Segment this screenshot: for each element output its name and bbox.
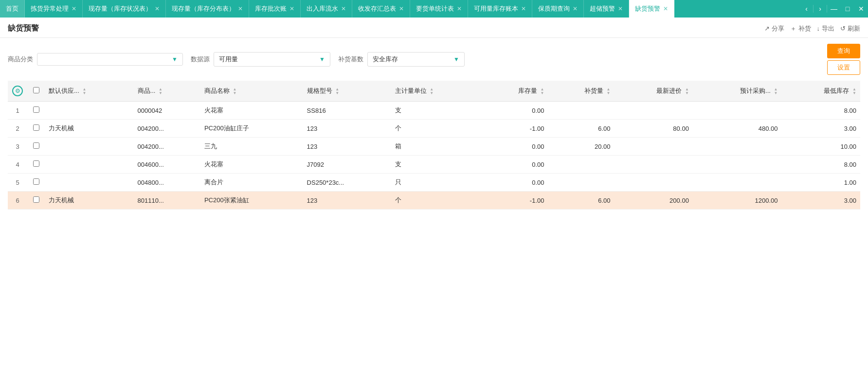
export-button[interactable]: ↓ 导出 — [817, 24, 835, 33]
tab-close-expiry[interactable]: ✕ — [573, 5, 578, 12]
table-row: 1 0000042 火花塞 SS816 支 0.00 8.00 — [8, 102, 860, 120]
sort-min-stock-icon: ▲▼ — [852, 88, 856, 95]
tab-available[interactable]: 可用量库存账本 ✕ — [468, 0, 532, 18]
th-unit[interactable]: 主计量单位 ▲▼ — [391, 81, 482, 102]
row-est-purchase — [693, 138, 782, 156]
row-product-code: 004200... — [134, 138, 200, 156]
row-checkbox[interactable] — [33, 142, 39, 149]
tab-nav-controls: ‹ › — □ ✕ — [800, 5, 868, 13]
row-replenish — [548, 156, 614, 174]
settings-button[interactable]: 设置 — [827, 60, 860, 75]
select-all-checkbox[interactable] — [33, 87, 39, 93]
row-product-code: 004800... — [134, 174, 200, 192]
row-spec: 123 — [303, 192, 391, 210]
tab-close-all-button[interactable]: ✕ — [854, 5, 868, 13]
th-default-supplier[interactable]: 默认供应... ▲▼ — [45, 81, 134, 102]
share-button[interactable]: ↗ 分享 — [764, 24, 784, 33]
row-index: 6 — [8, 192, 27, 210]
row-product-name: 火花塞 — [200, 102, 303, 120]
tab-restore-button[interactable]: □ — [841, 5, 854, 13]
tab-flow[interactable]: 出入库流水 ✕ — [301, 0, 352, 18]
table-row: 2 力天机械 004200... PC200油缸庄子 123 个 -1.00 6… — [8, 120, 860, 138]
row-product-code: 801110... — [134, 192, 200, 210]
row-index: 5 — [8, 174, 27, 192]
row-latest-price — [614, 138, 692, 156]
row-est-purchase: 480.00 — [693, 120, 782, 138]
tab-close-shortage[interactable]: ✕ — [663, 5, 668, 12]
row-product-code: 0000042 — [134, 102, 200, 120]
tab-close-collect[interactable]: ✕ — [399, 5, 404, 12]
tab-close-abnormal[interactable]: ✕ — [72, 5, 76, 12]
row-latest-price: 200.00 — [614, 192, 692, 210]
row-checkbox[interactable] — [33, 196, 39, 203]
tab-collect[interactable]: 收发存汇总表 ✕ — [352, 0, 410, 18]
shortage-table: ⚙ 默认供应... ▲▼ 商品... ▲▼ 商品名称 — [8, 81, 860, 210]
row-latest-price — [614, 156, 692, 174]
tab-close-batch[interactable]: ✕ — [289, 5, 294, 12]
row-supplier — [45, 138, 134, 156]
tab-close-req-stat[interactable]: ✕ — [457, 5, 462, 12]
replenish-base-select[interactable]: 安全库存 ▼ — [367, 52, 465, 67]
table-row: 6 力天机械 801110... PC200张紧油缸 123 个 -1.00 6… — [8, 192, 860, 210]
table-row: 5 004800... 离合片 DS250*23c... 只 0.00 1.00 — [8, 174, 860, 192]
tab-prev-button[interactable]: ‹ — [800, 5, 814, 13]
th-latest-price[interactable]: 最新进价 ▲▼ — [614, 81, 692, 102]
row-replenish: 20.00 — [548, 138, 614, 156]
tab-close-flow[interactable]: ✕ — [341, 5, 346, 12]
row-est-purchase — [693, 102, 782, 120]
replenish-button[interactable]: ＋ 补货 — [790, 24, 811, 33]
tab-overstock[interactable]: 超储预警 ✕ — [584, 0, 629, 18]
tab-abnormal[interactable]: 拣货异常处理 ✕ — [25, 0, 83, 18]
tab-next-button[interactable]: › — [814, 5, 827, 13]
row-spec: 123 — [303, 120, 391, 138]
row-checkbox[interactable] — [33, 178, 39, 185]
th-spec[interactable]: 规格型号 ▲▼ — [303, 81, 391, 102]
tab-req-stat[interactable]: 要货单统计表 ✕ — [410, 0, 468, 18]
th-product-name[interactable]: 商品名称 ▲▼ — [200, 81, 303, 102]
page-title: 缺货预警 — [8, 23, 39, 34]
row-min-stock: 10.00 — [781, 138, 860, 156]
datasource-select[interactable]: 可用量 ▼ — [214, 52, 330, 67]
th-checkbox — [27, 81, 45, 102]
tab-shortage[interactable]: 缺货预警 ✕ — [629, 0, 674, 18]
tab-inventory-dist[interactable]: 现存量（库存分布表） ✕ — [166, 0, 249, 18]
tab-close-inventory-status[interactable]: ✕ — [155, 5, 160, 12]
tab-close-overstock[interactable]: ✕ — [618, 5, 623, 12]
tab-close-available[interactable]: ✕ — [521, 5, 526, 12]
tab-batch[interactable]: 库存批次账 ✕ — [249, 0, 301, 18]
sort-unit-icon: ▲▼ — [430, 88, 434, 95]
row-product-name: 火花塞 — [200, 156, 303, 174]
row-checkbox-cell — [27, 174, 45, 192]
tab-close-inventory-dist[interactable]: ✕ — [238, 5, 243, 12]
row-checkbox[interactable] — [33, 160, 39, 167]
refresh-button[interactable]: ↺ 刷新 — [840, 24, 860, 33]
main-content: 缺货预警 ↗ 分享 ＋ 补货 ↓ 导出 ↺ 刷新 商品分类 — [0, 18, 868, 387]
filter-actions: 查询 设置 — [827, 44, 860, 75]
category-select[interactable]: ▼ — [37, 53, 183, 66]
th-min-stock[interactable]: 最低库存 ▲▼ — [781, 81, 860, 102]
tab-inventory-status[interactable]: 现存量（库存状况表） ✕ — [83, 0, 166, 18]
th-gear: ⚙ — [8, 81, 27, 102]
row-stock: -1.00 — [482, 120, 548, 138]
query-button[interactable]: 查询 — [827, 44, 860, 58]
th-est-purchase[interactable]: 预计采购... ▲▼ — [693, 81, 782, 102]
row-checkbox[interactable] — [33, 106, 39, 113]
row-product-name: PC200油缸庄子 — [200, 120, 303, 138]
row-checkbox[interactable] — [33, 124, 39, 131]
th-stock[interactable]: 库存量 ▲▼ — [482, 81, 548, 102]
row-replenish: 6.00 — [548, 192, 614, 210]
th-product-code[interactable]: 商品... ▲▼ — [134, 81, 200, 102]
row-replenish: 6.00 — [548, 120, 614, 138]
tab-minimize-button[interactable]: — — [827, 5, 841, 13]
share-icon: ↗ — [764, 25, 770, 32]
row-product-code: 004600... — [134, 156, 200, 174]
row-est-purchase — [693, 174, 782, 192]
row-stock: 0.00 — [482, 138, 548, 156]
sort-replenish-icon: ▲▼ — [607, 88, 611, 95]
tab-expiry[interactable]: 保质期查询 ✕ — [532, 0, 584, 18]
replenish-base-dropdown-icon: ▼ — [453, 56, 459, 63]
th-replenish[interactable]: 补货量 ▲▼ — [548, 81, 614, 102]
column-settings-icon[interactable]: ⚙ — [12, 86, 23, 96]
replenish-icon: ＋ — [790, 24, 796, 33]
tab-home[interactable]: 首页 — [0, 0, 25, 18]
